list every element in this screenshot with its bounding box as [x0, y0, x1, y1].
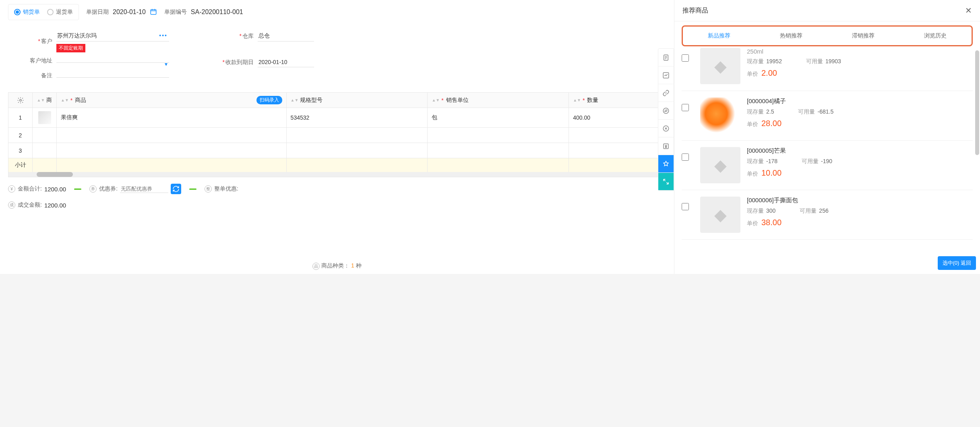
side-tool-rail	[658, 48, 674, 191]
recommend-list[interactable]: ◆ 250ml 现存量19952 可用量19903 单价2.00 [000000…	[674, 46, 980, 252]
doc-date-value[interactable]: 2020-01-10	[113, 8, 146, 16]
col-image[interactable]: ▲▼商	[33, 93, 57, 108]
sort-icon: ▲▼	[573, 99, 581, 102]
rail-star-icon[interactable]	[658, 155, 674, 173]
rail-receipt-icon[interactable]	[658, 120, 674, 137]
address-input[interactable]: ▾	[56, 59, 169, 63]
rail-exchange-icon[interactable]	[658, 102, 674, 120]
gear-icon	[17, 97, 24, 104]
tab-sales-order[interactable]: 销货单	[14, 8, 40, 16]
account-period-tag: 不固定账期	[56, 44, 85, 52]
price-value: 38.00	[761, 218, 782, 227]
product-name[interactable]: 果倍爽	[57, 108, 287, 127]
label: 单据编号	[164, 8, 187, 16]
coupon-icon: 券	[89, 185, 97, 193]
tab-hot[interactable]: 热销推荐	[755, 27, 827, 45]
coupon-input[interactable]	[120, 185, 168, 193]
list-item[interactable]: ◆ [0000005]芒果 现存量-178 可用量-190 单价10.00	[682, 141, 973, 190]
table-row[interactable]: 2	[8, 128, 666, 143]
item-checkbox[interactable]	[682, 203, 689, 210]
order-type-tabs: 销货单 退货单	[8, 4, 79, 20]
subtotal-label: 小计	[8, 158, 33, 172]
select-return-button[interactable]: 选中(0) 返回	[938, 256, 976, 270]
close-icon[interactable]: ✕	[965, 6, 972, 15]
product-spec[interactable]: 534532	[287, 108, 428, 127]
tab-return-order[interactable]: 退货单	[47, 8, 73, 16]
more-icon[interactable]: •••	[159, 32, 167, 39]
price-value: 10.00	[761, 168, 782, 177]
doc-no-value: SA-20200110-001	[191, 8, 243, 16]
radio-icon	[47, 9, 54, 15]
row-index: 1	[8, 108, 33, 127]
stock-value: 19952	[766, 58, 782, 64]
product-name: 250ml	[747, 48, 973, 55]
settings-column[interactable]	[8, 93, 33, 108]
tab-new[interactable]: 新品推荐	[683, 27, 755, 45]
rail-doc-icon[interactable]	[658, 49, 674, 66]
price-value: 28.00	[761, 119, 782, 128]
refresh-coupon-button[interactable]	[171, 184, 181, 194]
rail-chart-icon[interactable]	[658, 66, 674, 84]
panel-title: 推荐商品	[682, 6, 708, 15]
due-date-field: *收款到期日 2020-01-10	[217, 57, 314, 67]
discount-icon: 整	[205, 185, 212, 193]
sort-icon: ▲▼	[37, 99, 45, 102]
item-checkbox[interactable]	[682, 54, 689, 62]
product-image	[700, 97, 740, 134]
stock-value: 2.5	[766, 108, 774, 115]
remark-input[interactable]	[56, 74, 169, 78]
stock-value: -178	[766, 158, 777, 164]
rail-yen-icon[interactable]	[658, 137, 674, 155]
deal-icon: 成	[8, 201, 15, 209]
product-image: ◆	[700, 48, 740, 84]
col-unit[interactable]: ▲▼*销售单位	[428, 93, 569, 108]
product-name: [0000006]手撕面包	[747, 197, 973, 204]
product-thumb	[33, 108, 57, 127]
minus-icon	[189, 189, 196, 190]
sales-order-form: 销货单 退货单 单据日期 2020-01-10 单据编号 SA-20200110…	[0, 0, 674, 274]
avail-value: -681.5	[817, 108, 833, 115]
line-items-table: ▲▼商 ▲▼ *商品 扫码录入 ▲▼规格型号 ▲▼*销售单位 ▲▼*数量 1 果…	[8, 92, 666, 177]
svg-point-1	[19, 99, 21, 101]
product-name: [0000005]芒果	[747, 147, 973, 155]
customer-field: *客户 苏州万达沃尔玛 ••• 不固定账期	[16, 31, 169, 52]
stock-value: 300	[766, 207, 775, 214]
sort-icon: ▲▼	[291, 99, 299, 102]
table-row[interactable]: 3	[8, 143, 666, 158]
customer-input[interactable]: 苏州万达沃尔玛 •••	[56, 31, 169, 41]
avail-value: -190	[821, 158, 832, 164]
yen-icon: ¥	[8, 185, 15, 193]
warehouse-input[interactable]: 总仓	[258, 31, 314, 41]
coupon-field: 券 优惠券:	[89, 184, 181, 194]
price-value: 2.00	[761, 68, 777, 77]
rail-link-icon[interactable]	[658, 84, 674, 102]
table-row[interactable]: 1 果倍爽 534532 包 400.00	[8, 108, 666, 128]
chevron-down-icon[interactable]: ▾	[165, 61, 167, 67]
vertical-scrollbar[interactable]	[975, 50, 979, 155]
product-kinds-summary: 品 商品种类： 1 种	[0, 262, 674, 270]
col-spec[interactable]: ▲▼规格型号	[287, 93, 428, 108]
warehouse-field: *仓库 总仓	[217, 31, 314, 41]
calendar-icon[interactable]	[150, 8, 157, 17]
list-item[interactable]: ◆ 250ml 现存量19952 可用量19903 单价2.00	[682, 48, 973, 91]
due-date-input[interactable]: 2020-01-10	[258, 57, 314, 67]
col-qty[interactable]: ▲▼*数量	[569, 93, 666, 108]
tab-slow[interactable]: 滞销推荐	[827, 27, 899, 45]
item-checkbox[interactable]	[682, 104, 689, 111]
col-product[interactable]: ▲▼ *商品 扫码录入	[57, 93, 287, 108]
tab-history[interactable]: 浏览历史	[899, 27, 972, 45]
minus-icon	[74, 189, 81, 190]
kinds-icon: 品	[312, 263, 320, 270]
amount-total: ¥ 金额合计: 1200.00	[8, 185, 66, 193]
list-item[interactable]: ◆ [0000006]手撕面包 现存量300 可用量256 单价38.00	[682, 190, 973, 240]
list-item[interactable]: [0000004]橘子 现存量2.5 可用量-681.5 单价28.00	[682, 91, 973, 141]
rail-expand-icon[interactable]	[658, 173, 674, 191]
product-qty[interactable]: 400.00	[569, 108, 666, 127]
product-unit[interactable]: 包	[428, 108, 569, 127]
item-checkbox[interactable]	[682, 153, 689, 161]
avail-value: 19903	[825, 58, 841, 64]
horizontal-scrollbar[interactable]	[8, 172, 666, 177]
product-image: ◆	[700, 147, 740, 183]
scan-input-button[interactable]: 扫码录入	[256, 96, 282, 104]
product-name: [0000004]橘子	[747, 97, 973, 105]
